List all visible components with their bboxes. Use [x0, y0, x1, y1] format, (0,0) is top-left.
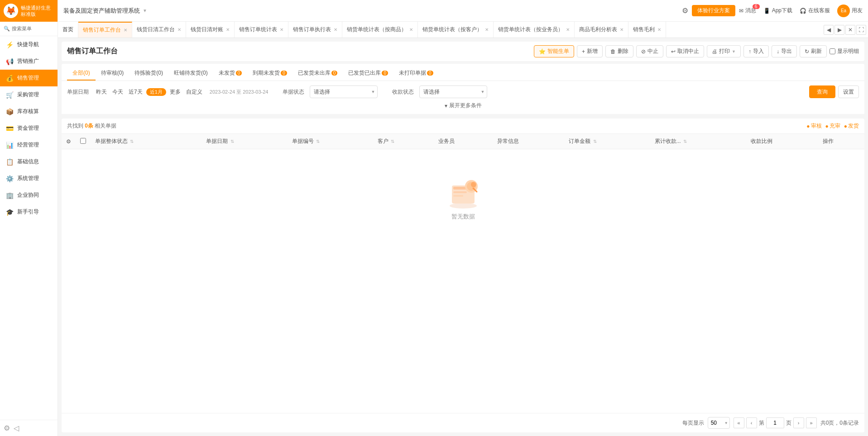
tab-cash-reconcile[interactable]: 钱货日清对账 ✕ — [186, 22, 235, 38]
filter-tab-pending-verify[interactable]: 待拣验货(0) — [129, 66, 168, 81]
revoke-btn[interactable]: ● 充审 — [825, 122, 840, 130]
page-next-btn[interactable]: › — [793, 417, 804, 428]
tab-close-sales-stat[interactable]: ✕ — [280, 27, 283, 32]
sidebar-item-guide[interactable]: 🎓 新手引导 — [0, 204, 58, 220]
pagination: 每页显示 10 20 50 100 « ‹ 第 页 › » — [62, 413, 864, 432]
tab-close-profit-analysis[interactable]: ✕ — [620, 27, 623, 32]
tab-close-sales-order[interactable]: ✕ — [124, 28, 127, 33]
date-opt-more[interactable]: 更多 — [168, 87, 182, 97]
tab-close-sales-staff-stat[interactable]: ✕ — [566, 27, 570, 32]
svg-point-0 — [450, 203, 477, 209]
page-prev-btn[interactable]: ‹ — [746, 417, 757, 428]
filter-tab-not-printed[interactable]: 未打印单据0 — [393, 66, 439, 81]
sidebar-item-inventory[interactable]: 📦 库存核算 — [0, 103, 58, 120]
tab-maximize-btn[interactable]: ⛶ — [856, 25, 866, 35]
header-settings-icon[interactable]: ⚙ — [682, 6, 688, 15]
cancel-stop-btn[interactable]: ↩ 取消中止 — [666, 45, 704, 57]
sidebar-item-enterprise[interactable]: 🏢 企业协同 — [0, 187, 58, 204]
collapse-icon[interactable]: ◁ — [14, 424, 19, 432]
smart-create-btn[interactable]: ⭐ 智能生单 — [534, 45, 574, 57]
th-checkbox[interactable] — [76, 134, 91, 149]
refresh-btn[interactable]: ↻ 刷新 — [800, 45, 827, 57]
tab-sales-exec[interactable]: 销售订单执行表 ✕ — [288, 22, 342, 38]
tab-sales-order[interactable]: 销售订单工作台 ✕ — [78, 22, 132, 38]
status-select[interactable]: 请选择 — [310, 85, 378, 98]
date-opt-yesterday[interactable]: 昨天 — [94, 87, 109, 97]
sidebar-item-base-info[interactable]: 📋 基础信息 — [0, 153, 58, 170]
tab-home[interactable]: 首页 — [58, 22, 78, 38]
show-detail-input[interactable] — [830, 48, 835, 54]
quick-nav-icon: ⚡ — [5, 41, 14, 48]
th-amount[interactable]: 订单金额 ⇅ — [564, 134, 650, 149]
industry-btn[interactable]: 体验行业方案 — [692, 5, 735, 16]
th-settings[interactable]: ⚙ — [62, 134, 76, 149]
table-scroll[interactable]: ⚙ 单据整体状态 ⇅ 单据日期 ⇅ 单据编号 ⇅ 客户 ⇅ 业务员 异常信息 订… — [62, 134, 864, 413]
show-detail-checkbox[interactable]: 显示明细 — [830, 47, 859, 55]
th-number[interactable]: 单据编号 ⇅ — [288, 134, 373, 149]
sidebar-item-quick-nav[interactable]: ⚡ 快捷导航 — [0, 36, 58, 53]
th-collected[interactable]: 累计收款... ⇅ — [650, 134, 747, 149]
user-menu[interactable]: Ea 用友 — [837, 5, 863, 17]
date-opt-1month[interactable]: 近1月 — [146, 88, 166, 96]
page-last-btn[interactable]: » — [806, 417, 817, 428]
select-all-checkbox[interactable] — [80, 138, 86, 144]
import-btn[interactable]: ↑ 导入 — [743, 45, 769, 57]
tab-close-sales-customer-stat[interactable]: ✕ — [485, 27, 489, 32]
export-btn[interactable]: ↓ 导出 — [772, 45, 797, 57]
th-staff[interactable]: 业务员 — [434, 134, 493, 149]
filter-tab-pending[interactable]: 待审核(0) — [96, 66, 129, 81]
expand-more-btn[interactable]: ▾ 展开更多条件 — [445, 102, 482, 109]
print-btn[interactable]: 🖨 打印 ▼ — [707, 45, 741, 57]
filter-tab-shipped-not-out[interactable]: 已发货未出库0 — [293, 66, 343, 81]
th-customer[interactable]: 客户 ⇅ — [373, 134, 434, 149]
tab-close-sales-exec[interactable]: ✕ — [334, 27, 337, 32]
audit-btn[interactable]: ● 审核 — [806, 122, 821, 130]
message-btn[interactable]: ✉ 消息 6 — [739, 7, 756, 14]
sidebar-item-system[interactable]: ⚙️ 系统管理 — [0, 170, 58, 187]
page-size-select[interactable]: 10 20 50 100 — [708, 417, 730, 429]
tab-sales-product-stat[interactable]: 销货单统计表（按商品） ✕ — [342, 22, 418, 38]
settings-bottom-icon[interactable]: ⚙ — [4, 424, 10, 432]
tab-close-sales-product-stat[interactable]: ✕ — [409, 27, 413, 32]
filter-tab-wang-ship[interactable]: 旺铺待发货(0) — [168, 66, 213, 81]
filter-tab-not-shipped[interactable]: 未发货0 — [213, 66, 248, 81]
filter-tab-expired[interactable]: 到期未发货0 — [247, 66, 293, 81]
tab-profit-analysis[interactable]: 商品毛利分析表 ✕ — [575, 22, 628, 38]
th-date[interactable]: 单据日期 ⇅ — [201, 134, 287, 149]
tab-close-all-btn[interactable]: ✕ — [845, 25, 855, 35]
query-btn[interactable]: 查询 — [809, 85, 835, 98]
tab-sales-customer-stat[interactable]: 销货单统计表（按客户） ✕ — [418, 22, 494, 38]
app-download-btn[interactable]: 📱 App下载 — [763, 7, 792, 14]
tab-next-btn[interactable]: ▶ — [834, 25, 844, 35]
tab-close-cash-reconcile[interactable]: ✕ — [226, 27, 230, 32]
settings-filter-btn[interactable]: 设置 — [838, 85, 859, 98]
tab-sales-stat[interactable]: 销售订单统计表 ✕ — [235, 22, 288, 38]
stop-btn[interactable]: ⊘ 中止 — [636, 45, 663, 57]
tab-close-cash-daily[interactable]: ✕ — [177, 27, 181, 32]
table-count-num: 0条 — [85, 123, 93, 129]
ship-btn[interactable]: ● 发货 — [844, 122, 859, 130]
sidebar-item-marketing[interactable]: 📢 营销推广 — [0, 53, 58, 70]
tab-cash-daily[interactable]: 钱货日清工作台 ✕ — [132, 22, 186, 38]
tab-sales-staff-stat[interactable]: 销货单统计表（按业务员） ✕ — [494, 22, 575, 38]
search-menu[interactable]: 🔍 搜索菜单 — [0, 22, 58, 36]
date-opt-7days[interactable]: 近7天 — [127, 87, 144, 97]
date-opt-today[interactable]: 今天 — [110, 87, 125, 97]
date-opt-custom[interactable]: 自定义 — [184, 87, 204, 97]
filter-tab-shipped-out[interactable]: 已发货已出库0 — [343, 66, 393, 81]
tab-close-sales-more[interactable]: ✕ — [657, 27, 661, 32]
sidebar-item-purchase[interactable]: 🛒 采购管理 — [0, 86, 58, 103]
audit-icon: ● — [806, 123, 810, 129]
sidebar-item-sales[interactable]: 💰 销售管理 — [0, 70, 58, 86]
page-number-input[interactable] — [766, 417, 784, 428]
sidebar-item-finance[interactable]: 💳 资金管理 — [0, 120, 58, 137]
collection-select[interactable]: 请选择 — [419, 85, 487, 98]
add-btn[interactable]: + 新增 — [577, 45, 603, 57]
filter-tab-all[interactable]: 全部(0) — [67, 66, 96, 81]
online-service-btn[interactable]: 🎧 在线客服 — [800, 7, 830, 14]
delete-btn[interactable]: 🗑 删除 — [605, 45, 633, 57]
sidebar-item-operations[interactable]: 📊 经营管理 — [0, 137, 58, 153]
tab-sales-more[interactable]: 销售毛利 ✕ — [628, 22, 666, 38]
tab-prev-btn[interactable]: ◀ — [824, 25, 834, 35]
page-first-btn[interactable]: « — [734, 417, 744, 428]
